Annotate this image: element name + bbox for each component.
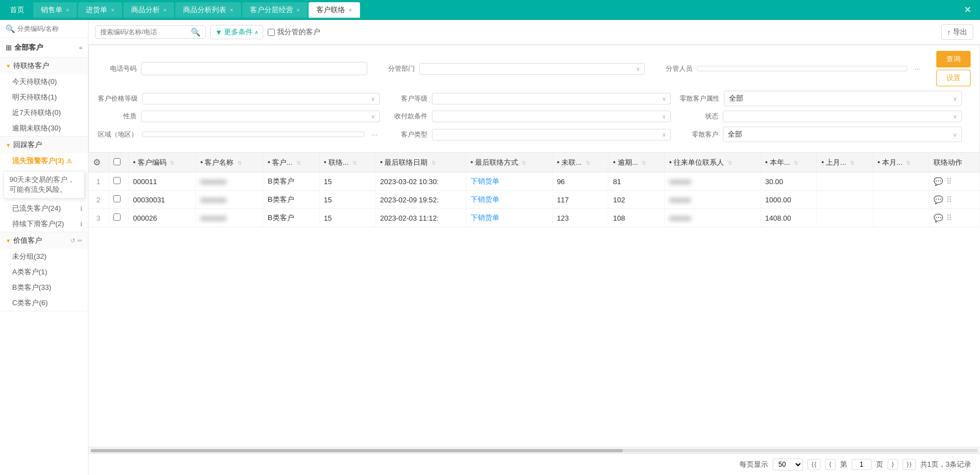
tab-home[interactable]: 首页: [4, 5, 30, 15]
filter-input-phone[interactable]: [141, 62, 367, 75]
filter-select-region[interactable]: [142, 132, 364, 137]
page-number-input[interactable]: [852, 459, 872, 470]
tab-goods-analysis[interactable]: 商品分析 ×: [123, 2, 174, 18]
tab-purchase[interactable]: 进货单 ×: [78, 2, 122, 18]
chat-action-icon[interactable]: 💬: [934, 177, 943, 186]
sort-last-month-icon[interactable]: ⇅: [850, 160, 854, 166]
export-button[interactable]: ↑ 导出: [941, 24, 974, 40]
scrollbar-thumb[interactable]: [91, 449, 623, 452]
filter-select-nature[interactable]: ∨: [141, 111, 380, 122]
chat-action-icon[interactable]: 💬: [934, 213, 943, 222]
first-page-button[interactable]: ⟨⟨: [807, 459, 821, 470]
close-tab-sales[interactable]: ×: [66, 7, 69, 13]
sidebar-item-churn-warning[interactable]: 流失预警客户(3) ⚠: [0, 153, 88, 169]
sidebar-item-churned[interactable]: 已流失客户(24) ℹ: [0, 201, 88, 216]
sidebar-item-classC[interactable]: C类客户(6): [0, 295, 88, 311]
sort-this-year-icon[interactable]: ⇅: [794, 160, 798, 166]
filter-select-manager[interactable]: [697, 66, 908, 71]
sort-code-icon[interactable]: ⇅: [170, 160, 174, 166]
search-icon-toolbar[interactable]: 🔍: [191, 28, 200, 36]
sidebar-item-ungrouped[interactable]: 未分组(32): [0, 249, 88, 264]
sidebar-item-today[interactable]: 今天待联络(0): [0, 74, 88, 90]
sidebar-section-title-churn[interactable]: ▼ 回踩客户: [0, 137, 88, 153]
sort-overdue-icon[interactable]: ⇅: [642, 160, 646, 166]
last-method-link[interactable]: 下销货单: [471, 177, 499, 185]
refresh-icon[interactable]: ↺: [70, 237, 75, 244]
sort-contact-person-icon[interactable]: ⇅: [728, 160, 732, 166]
filter-select-status[interactable]: ∨: [723, 111, 962, 122]
page-size-select[interactable]: 50 20 100: [773, 458, 803, 471]
settings-button[interactable]: 设置: [936, 70, 971, 86]
tab-customer-contact[interactable]: 客户联络 ×: [309, 2, 359, 18]
sort-name-icon[interactable]: ⇅: [237, 160, 242, 166]
sidebar-section-title-waiting[interactable]: ▼ 待联络客户: [0, 58, 88, 74]
filter-more-icon-region[interactable]: ···: [369, 130, 380, 139]
more-action-icon[interactable]: ⠿: [946, 177, 952, 186]
sort-last-date-icon[interactable]: ⇅: [431, 160, 436, 166]
th-actions: 联络动作: [929, 153, 980, 173]
window-close-button[interactable]: ✕: [960, 4, 976, 15]
sidebar-item-classA[interactable]: A类客户(1): [0, 264, 88, 280]
sidebar-item-overdue[interactable]: 逾期未联络(30): [0, 121, 88, 136]
more-action-icon[interactable]: ⠿: [946, 213, 952, 222]
row-checkbox[interactable]: [113, 177, 121, 184]
my-customer-checkbox[interactable]: [268, 29, 275, 36]
sort-uncontacted-icon[interactable]: ⇅: [586, 160, 590, 166]
filter-select-price-grade[interactable]: ∨: [142, 93, 380, 105]
close-tab-goods-analysis-list[interactable]: ×: [230, 7, 233, 13]
close-tab-customer-contact[interactable]: ×: [348, 7, 352, 13]
close-tab-purchase[interactable]: ×: [111, 7, 114, 13]
sort-this-month-icon[interactable]: ⇅: [906, 160, 910, 166]
last-method-link[interactable]: 下销货单: [471, 213, 499, 222]
search-input[interactable]: [100, 28, 189, 36]
select-all-checkbox[interactable]: [113, 158, 121, 165]
my-customer-checkbox-label[interactable]: 我分管的客户: [268, 27, 320, 37]
row-checkbox[interactable]: [113, 195, 121, 202]
close-tab-goods-analysis[interactable]: ×: [163, 7, 166, 13]
sort-contact-icon[interactable]: ⇅: [352, 160, 357, 166]
filter-cell-retail-attr: 零散客户属性 全部 ∨: [680, 91, 971, 106]
filter-label-price-grade: 客户价格等级: [98, 94, 138, 103]
tab-sales[interactable]: 销售单 ×: [33, 2, 77, 18]
info-icon2[interactable]: ℹ: [80, 221, 82, 228]
table-row: 3 000026 ■■■■■■ B类客户 15 2023-02-03 11:12…: [88, 209, 980, 227]
chat-action-icon[interactable]: 💬: [934, 195, 943, 204]
row-checkbox[interactable]: [113, 213, 121, 221]
info-icon[interactable]: ℹ: [80, 205, 82, 212]
th-this-month: • 本月... ⇅: [873, 153, 929, 173]
query-button[interactable]: 查询: [936, 51, 971, 67]
column-settings-icon[interactable]: ⚙: [93, 158, 101, 167]
sidebar-root-group[interactable]: ⊞ 全部客户 «: [0, 38, 88, 58]
horizontal-scrollbar[interactable]: [88, 447, 980, 453]
filter-select-retail-attr[interactable]: 全部 ∨: [724, 91, 962, 106]
filter-select-cust-grade[interactable]: ∨: [432, 93, 671, 105]
sidebar-collapse-icon[interactable]: «: [79, 44, 82, 51]
sidebar-item-declining[interactable]: 持续下滑客户(2) ℹ: [0, 216, 88, 232]
filter-more-icon-manager[interactable]: ···: [912, 64, 923, 73]
more-filter-button[interactable]: ▼ 更多条件 ∧: [210, 25, 263, 39]
next-page-button[interactable]: ⟩: [888, 459, 898, 470]
tab-goods-analysis-list[interactable]: 商品分析列表 ×: [175, 2, 241, 18]
prev-page-button[interactable]: ⟨: [825, 459, 836, 470]
last-method-link[interactable]: 下销货单: [471, 195, 499, 203]
last-page-button[interactable]: ⟩⟩: [903, 459, 916, 470]
sidebar-item-tomorrow[interactable]: 明天待联络(1): [0, 90, 88, 105]
sidebar-item-7days[interactable]: 近7天待联络(0): [0, 105, 88, 121]
sort-type-icon[interactable]: ⇅: [296, 160, 301, 166]
filter-select-retail-cust[interactable]: 全部 ∨: [723, 127, 962, 142]
more-action-icon[interactable]: ⠿: [946, 195, 952, 204]
sidebar-section-title-value[interactable]: ▼ 价值客户 ↺ ✏: [0, 232, 88, 249]
filter-select-payment[interactable]: ∨: [432, 111, 671, 122]
sort-last-method-icon[interactable]: ⇅: [522, 160, 526, 166]
table-header: ⚙ • 客户编码 ⇅ • 客户名称 ⇅: [88, 153, 980, 173]
sidebar-search-input[interactable]: [17, 25, 88, 33]
edit-icon[interactable]: ✏: [77, 237, 82, 244]
page-suffix-label: 页: [876, 460, 883, 469]
filter-select-cust-type[interactable]: ∨: [432, 129, 671, 140]
sidebar-item-classB[interactable]: B类客户(33): [0, 280, 88, 295]
tab-customer-tier[interactable]: 客户分层经营 ×: [242, 2, 307, 18]
cust-grade-arrow-icon: ∨: [662, 96, 666, 102]
close-tab-customer-tier[interactable]: ×: [296, 7, 300, 13]
filter-label-region: 区域（地区）: [98, 130, 138, 139]
filter-select-dept[interactable]: ∨: [419, 63, 645, 75]
